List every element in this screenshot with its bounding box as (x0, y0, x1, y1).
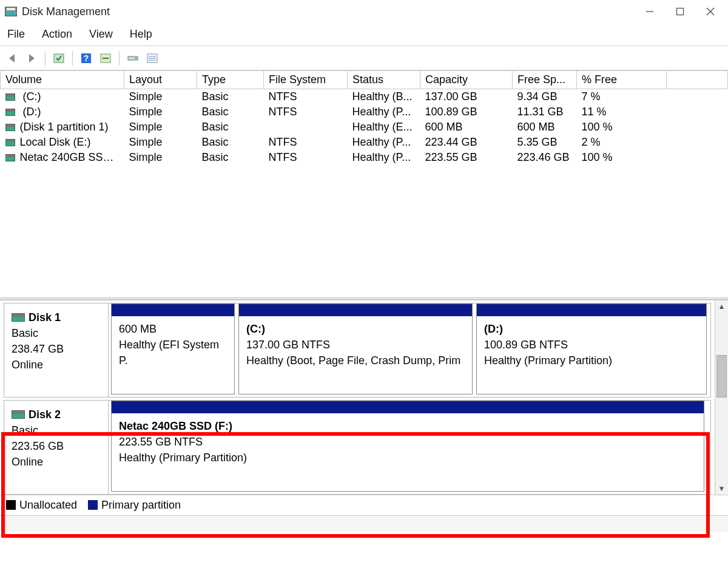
col-layout[interactable]: Layout (124, 71, 197, 89)
toolbar: ? (0, 46, 728, 70)
titlebar: Disk Management (0, 0, 728, 23)
refresh-icon[interactable] (50, 50, 67, 67)
cell-pct: 2 % (577, 135, 667, 150)
disk-icon (12, 410, 25, 419)
cell-type: Basic (197, 104, 264, 120)
col-spacer (667, 71, 728, 89)
disk-label: Disk 1 (29, 311, 61, 323)
table-row[interactable]: (Disk 1 partition 1)SimpleBasicHealthy (… (1, 120, 728, 135)
cell-status: Healthy (B... (348, 89, 420, 105)
col-filesystem[interactable]: File System (264, 71, 348, 89)
forward-button[interactable] (23, 50, 40, 67)
cell-free: 223.46 GB (513, 150, 577, 165)
menu-help[interactable]: Help (129, 27, 153, 42)
disk-info[interactable]: Disk 1Basic238.47 GBOnline (4, 303, 109, 397)
cell-capacity: 223.44 GB (420, 135, 513, 150)
list-icon[interactable] (144, 50, 161, 67)
cell-volume: (Disk 1 partition 1) (20, 121, 109, 133)
close-button[interactable] (695, 2, 726, 21)
settings-icon[interactable] (97, 50, 114, 67)
col-pctfree[interactable]: % Free (577, 71, 667, 89)
disk-panel: Disk 1Basic238.47 GBOnline600 MBHealthy … (0, 300, 728, 495)
partition-status: Healthy (Primary Partition) (484, 353, 699, 368)
disk-icon (12, 313, 25, 322)
cell-free: 9.34 GB (513, 89, 577, 105)
app-icon (5, 7, 17, 16)
partition-size: 600 MB (119, 321, 227, 337)
minimize-button[interactable] (635, 2, 665, 21)
col-capacity[interactable]: Capacity (420, 71, 513, 89)
cell-type: Basic (197, 89, 264, 105)
scroll-down-icon[interactable]: ▼ (715, 482, 728, 495)
cell-type: Basic (197, 135, 264, 150)
disk-row: Disk 1Basic238.47 GBOnline600 MBHealthy … (4, 303, 711, 398)
volume-icon (5, 93, 15, 101)
cell-type: Basic (197, 120, 264, 135)
partition-status: Healthy (EFI System P. (119, 337, 227, 368)
cell-pct: 11 % (577, 104, 667, 120)
window-title: Disk Management (22, 5, 110, 18)
partition[interactable]: (D:)100.89 GB NTFSHealthy (Primary Parti… (476, 303, 707, 394)
statusbar (0, 515, 728, 532)
col-type[interactable]: Type (197, 71, 264, 89)
partition-name: Netac 240GB SSD (F:) (119, 418, 696, 434)
disk-type: Basic (12, 422, 101, 438)
cell-capacity: 600 MB (420, 120, 513, 135)
disk-type: Basic (12, 325, 101, 341)
svg-text:?: ? (84, 53, 89, 63)
cell-layout: Simple (124, 150, 197, 165)
menubar: File Action View Help (0, 23, 728, 46)
cell-status: Healthy (P... (348, 135, 420, 150)
cell-volume: (D:) (20, 106, 41, 118)
partition[interactable]: Netac 240GB SSD (F:)223.55 GB NTFSHealth… (111, 401, 704, 492)
partition[interactable]: (C:)137.00 GB NTFSHealthy (Boot, Page Fi… (238, 303, 473, 394)
table-row[interactable]: Netac 240GB SSD ...SimpleBasicNTFSHealth… (1, 150, 728, 165)
cell-volume: (C:) (20, 90, 41, 103)
cell-pct: 7 % (577, 89, 667, 105)
partition-status: Healthy (Primary Partition) (119, 450, 696, 466)
disk-status: Online (12, 454, 101, 470)
cell-capacity: 223.55 GB (420, 150, 513, 165)
menu-view[interactable]: View (88, 27, 114, 42)
cell-free: 5.35 GB (513, 135, 577, 150)
col-status[interactable]: Status (348, 71, 420, 89)
col-free[interactable]: Free Sp... (513, 71, 577, 89)
table-row[interactable]: (D:)SimpleBasicNTFSHealthy (P...100.89 G… (1, 104, 728, 120)
scroll-thumb[interactable] (716, 355, 727, 398)
table-row[interactable]: (C:)SimpleBasicNTFSHealthy (B...137.00 G… (1, 89, 728, 105)
partition-size: 223.55 GB NTFS (119, 434, 696, 450)
partition-header (477, 304, 706, 316)
cell-fs: NTFS (264, 135, 348, 150)
scroll-up-icon[interactable]: ▲ (715, 300, 728, 313)
disk-size: 238.47 GB (12, 341, 101, 357)
cell-layout: Simple (124, 104, 197, 120)
col-volume[interactable]: Volume (1, 71, 124, 89)
menu-action[interactable]: Action (41, 27, 73, 42)
cell-volume: Netac 240GB SSD ... (20, 151, 123, 163)
cell-fs: NTFS (264, 104, 348, 120)
cell-fs: NTFS (264, 150, 348, 165)
volume-icon (5, 154, 15, 161)
partition-status: Healthy (Boot, Page File, Crash Dump, Pr… (246, 353, 465, 368)
vertical-scrollbar[interactable]: ▲ ▼ (715, 300, 728, 495)
partition-header (112, 401, 704, 413)
cell-layout: Simple (124, 120, 197, 135)
partition[interactable]: 600 MBHealthy (EFI System P. (111, 303, 235, 394)
help-icon[interactable]: ? (78, 50, 95, 67)
partition-size: 137.00 GB NTFS (246, 337, 465, 353)
disk-info[interactable]: Disk 2Basic223.56 GBOnline (4, 401, 109, 494)
partition-header (112, 304, 234, 316)
partitions: 600 MBHealthy (EFI System P.(C:)137.00 G… (109, 303, 710, 397)
cell-type: Basic (197, 150, 264, 165)
volume-icon (5, 124, 15, 131)
volume-table: Volume Layout Type File System Status Ca… (0, 70, 728, 165)
legend-primary: Primary partition (88, 499, 181, 512)
table-row[interactable]: Local Disk (E:)SimpleBasicNTFSHealthy (P… (1, 135, 728, 150)
back-button[interactable] (4, 50, 21, 67)
disk-size: 223.56 GB (12, 438, 101, 454)
cell-volume: Local Disk (E:) (20, 136, 91, 148)
disk-icon[interactable] (124, 50, 141, 67)
cell-fs (264, 120, 348, 135)
menu-file[interactable]: File (6, 27, 26, 42)
maximize-button[interactable] (665, 2, 695, 21)
